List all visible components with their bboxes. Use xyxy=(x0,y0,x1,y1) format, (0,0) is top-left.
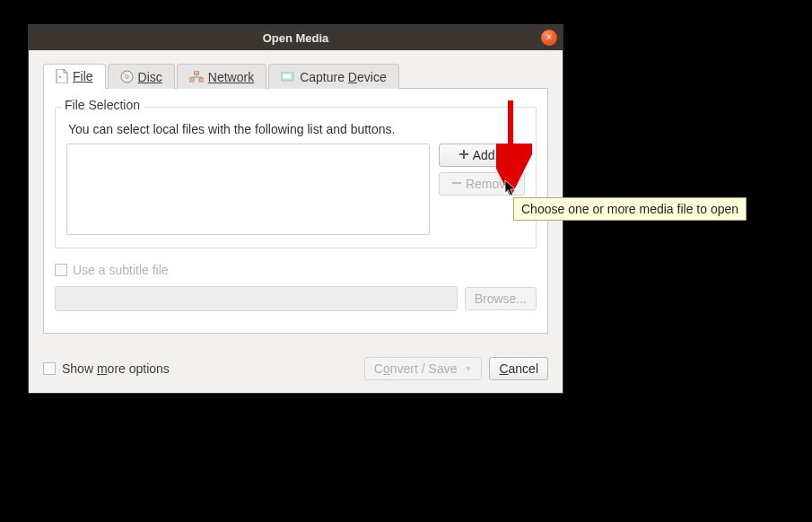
file-icon xyxy=(56,69,68,83)
svg-point-0 xyxy=(59,76,61,78)
cancel-label: Cancel xyxy=(499,361,538,376)
tab-bar: File Disc Network Capture Device xyxy=(43,63,548,89)
convert-save-label: Convert / Save xyxy=(374,361,458,376)
svg-rect-7 xyxy=(283,74,292,79)
file-selection-legend: File Selection xyxy=(61,98,144,112)
tooltip: Choose one or more media file to open xyxy=(513,197,747,221)
capture-device-icon xyxy=(281,72,295,83)
file-row: Add... Remove xyxy=(66,144,525,235)
tab-capture-device[interactable]: Capture Device xyxy=(268,64,399,89)
svg-rect-4 xyxy=(199,78,204,82)
tab-file-label: File xyxy=(73,69,93,83)
svg-rect-3 xyxy=(189,78,194,82)
browse-button: Browse... xyxy=(465,287,537,310)
add-button[interactable]: Add... xyxy=(439,144,525,167)
chevron-down-icon: ▼ xyxy=(464,364,472,373)
more-options-checkbox[interactable] xyxy=(43,362,56,375)
subtitle-section: Use a subtitle file Browse... xyxy=(55,263,537,311)
subtitle-checkbox-row: Use a subtitle file xyxy=(55,263,537,277)
minus-icon xyxy=(451,177,462,191)
subtitle-path-input xyxy=(55,286,458,311)
plus-icon xyxy=(458,148,469,162)
more-options-label: Show more options xyxy=(62,361,170,376)
subtitle-checkbox-label: Use a subtitle file xyxy=(73,263,169,277)
tab-file[interactable]: File xyxy=(43,64,106,89)
footer-buttons: Convert / Save ▼ Cancel xyxy=(364,357,548,380)
close-icon: × xyxy=(546,33,552,42)
browse-button-label: Browse... xyxy=(475,291,527,306)
window-title: Open Media xyxy=(263,31,329,45)
network-icon xyxy=(189,71,204,83)
tab-capture-device-label: Capture Device xyxy=(300,70,387,84)
close-button[interactable]: × xyxy=(541,30,557,46)
file-tab-panel: File Selection You can select local file… xyxy=(43,89,548,334)
remove-button: Remove xyxy=(439,172,525,196)
disc-icon xyxy=(120,70,134,83)
subtitle-checkbox[interactable] xyxy=(55,264,67,276)
svg-rect-5 xyxy=(194,71,198,74)
open-media-dialog: Open Media × File Disc Net xyxy=(28,24,563,394)
tab-network-label: Network xyxy=(208,70,254,84)
remove-button-label: Remove xyxy=(466,177,512,191)
file-list[interactable] xyxy=(66,144,430,235)
file-selection-group: File Selection You can select local file… xyxy=(55,107,537,248)
more-options-row[interactable]: Show more options xyxy=(43,361,170,376)
tab-network[interactable]: Network xyxy=(177,64,266,89)
cancel-button[interactable]: Cancel xyxy=(489,357,548,380)
convert-save-button: Convert / Save ▼ xyxy=(364,357,483,380)
add-button-label: Add... xyxy=(473,148,506,162)
file-buttons: Add... Remove xyxy=(439,144,525,196)
titlebar: Open Media × xyxy=(29,25,563,50)
tab-disc[interactable]: Disc xyxy=(108,64,175,89)
file-selection-instruction: You can select local files with the foll… xyxy=(68,122,525,136)
tab-disc-label: Disc xyxy=(138,70,162,84)
dialog-footer: Show more options Convert / Save ▼ Cance… xyxy=(29,346,563,393)
subtitle-row: Browse... xyxy=(55,286,537,311)
dialog-content: File Disc Network Capture Device xyxy=(29,50,563,346)
